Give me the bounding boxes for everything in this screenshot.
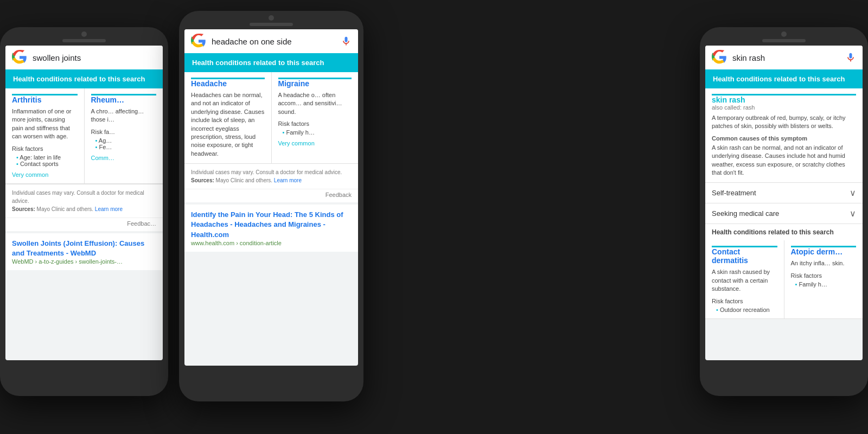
- google-logo-center: [191, 34, 206, 49]
- frequency-migraine: Very common: [278, 140, 352, 146]
- cards-row-left: Arthritis Inflammation of one or more jo…: [5, 88, 163, 184]
- detail-title-right: skin rash: [712, 95, 856, 104]
- search-result-center[interactable]: Identify the Pain in Your Head: The 5 Ki…: [184, 205, 358, 252]
- card-rheum: Rheum… A chro… affecting… those i… Risk …: [85, 88, 163, 183]
- health-header-center: Health conditions related to this search: [184, 53, 358, 72]
- cards-row-center: Headache Headaches can be normal, and no…: [184, 72, 358, 163]
- search-text-center[interactable]: headache on one side: [212, 37, 335, 46]
- condition-name-headache: Headache: [191, 79, 265, 88]
- speaker-center: [250, 23, 293, 26]
- risk-title-migraine: Risk factors: [278, 120, 352, 127]
- learn-more-center[interactable]: Learn more: [274, 177, 302, 183]
- health-header-right: Health conditions related to this search: [705, 69, 863, 88]
- phone-right: skin rash Health conditions related to t…: [700, 27, 868, 396]
- mic-icon-center[interactable]: [341, 36, 352, 47]
- risk-item-1: Age: later in life: [12, 154, 78, 161]
- risk-title-cd: Risk factors: [712, 298, 777, 304]
- sources-label-center: Sources:: [191, 177, 216, 183]
- risk-item-cd-1: Outdoor recreation: [712, 307, 777, 313]
- search-result-left[interactable]: Swollen Joints (Joint Effusion): Causes …: [5, 233, 163, 270]
- condition-desc-cd: A skin rash caused by contact with a cer…: [712, 268, 777, 293]
- screen-center: headache on one side Health conditions r…: [184, 29, 358, 366]
- sources-label-left: Sources:: [12, 206, 37, 212]
- self-treatment-label: Self-treatment: [712, 189, 756, 197]
- card-arthritis: Arthritis Inflammation of one or more jo…: [5, 88, 85, 183]
- result-url-center: www.health.com › condition-article: [191, 240, 352, 246]
- condition-name-rheum: Rheum…: [91, 95, 157, 104]
- chevron-seeking-medical: ∨: [850, 208, 856, 219]
- result-title-center[interactable]: Identify the Pain in Your Head: The 5 Ki…: [191, 210, 352, 240]
- feedback-center: Feedback: [184, 189, 358, 202]
- card-contact-dermatitis: Contact dermatitis A skin rash caused by…: [705, 240, 784, 318]
- condition-name-arthritis: Arthritis: [12, 95, 78, 104]
- speaker-right: [762, 39, 806, 42]
- camera-right: [781, 31, 787, 37]
- result-title-left[interactable]: Swollen Joints (Joint Effusion): Causes …: [12, 239, 156, 258]
- frequency-arthritis: Very common: [12, 171, 78, 178]
- search-text-right[interactable]: skin rash: [732, 53, 840, 62]
- seeking-medical-row[interactable]: Seeking medical care ∨: [705, 203, 863, 224]
- search-text-left[interactable]: swollen joints: [33, 53, 156, 62]
- feedback-left: Feedbac…: [5, 218, 163, 231]
- card-headache: Headache Headaches can be normal, and no…: [184, 72, 272, 163]
- health-header-left: Health conditions related to this search: [5, 69, 163, 88]
- chevron-self-treatment: ∨: [850, 188, 856, 198]
- condition-name-ad: Atopic derm…: [791, 247, 857, 256]
- self-treatment-row[interactable]: Self-treatment ∨: [705, 182, 863, 203]
- detail-card-right: skin rash also called: rash A temporary …: [705, 88, 863, 182]
- screen-right: skin rash Health conditions related to t…: [705, 46, 863, 360]
- camera-center: [269, 15, 274, 21]
- mic-icon-right[interactable]: [845, 52, 856, 63]
- result-url-left: WebMD › a-to-z-guides › swollen-joints-…: [12, 258, 156, 265]
- disclaimer-center: Individual cases may vary. Consult a doc…: [184, 163, 358, 189]
- common-causes-label-right: Common causes of this symptom: [712, 135, 856, 142]
- cards-row-right: Contact dermatitis A skin rash caused by…: [705, 240, 863, 318]
- screen-left: swollen joints Health conditions related…: [5, 46, 163, 360]
- risk-item-ad-1: Family h…: [791, 281, 857, 288]
- frequency-rheum: Comm…: [91, 155, 157, 161]
- condition-desc-headache: Headaches can be normal, and not an indi…: [191, 91, 265, 158]
- card-migraine: Migraine A headache o… often accom… and …: [272, 72, 359, 163]
- seeking-medical-label: Seeking medical care: [712, 209, 779, 218]
- detail-subtitle-right: also called: rash: [712, 104, 856, 111]
- phone-center: headache on one side Health conditions r…: [179, 11, 363, 401]
- search-bar-left[interactable]: swollen joints: [5, 46, 163, 69]
- risk-item-3: Ag…: [91, 137, 157, 144]
- card-atopic-derm: Atopic derm… An itchy infla… skin. Risk …: [784, 240, 863, 318]
- google-logo-right: [712, 50, 727, 65]
- condition-desc-rheum: A chro… affecting… those i…: [91, 107, 157, 124]
- search-bar-right[interactable]: skin rash: [705, 46, 863, 69]
- camera-left: [81, 31, 87, 37]
- disclaimer-left: Individual cases may vary. Consult a doc…: [5, 184, 163, 218]
- learn-more-left[interactable]: Learn more: [95, 206, 123, 212]
- risk-item-2: Contact sports: [12, 161, 78, 167]
- risk-item-migraine-1: Family h…: [278, 129, 352, 136]
- condition-name-migraine: Migraine: [278, 79, 352, 88]
- speaker-left: [62, 39, 106, 42]
- risk-title-rheum: Risk fa…: [91, 129, 157, 135]
- phone-left: swollen joints Health conditions related…: [0, 27, 168, 396]
- condition-desc-arthritis: Inflammation of one or more joints, caus…: [12, 107, 78, 141]
- common-causes-desc-right: A skin rash can be normal, and not an in…: [712, 144, 856, 177]
- search-bar-center[interactable]: headache on one side: [184, 29, 358, 53]
- bottom-section-title-right: Health conditions related to this search: [705, 224, 863, 240]
- condition-desc-ad: An itchy infla… skin.: [791, 259, 857, 267]
- detail-desc-right: A temporary outbreak of red, bumpy, scal…: [712, 114, 856, 131]
- risk-title-arthritis: Risk factors: [12, 145, 78, 152]
- google-logo-left: [12, 50, 27, 65]
- condition-desc-migraine: A headache o… often accom… and sensitivi…: [278, 91, 352, 116]
- condition-name-cd: Contact dermatitis: [712, 247, 777, 265]
- risk-title-ad: Risk factors: [791, 272, 857, 279]
- risk-item-4: Fe…: [91, 144, 157, 150]
